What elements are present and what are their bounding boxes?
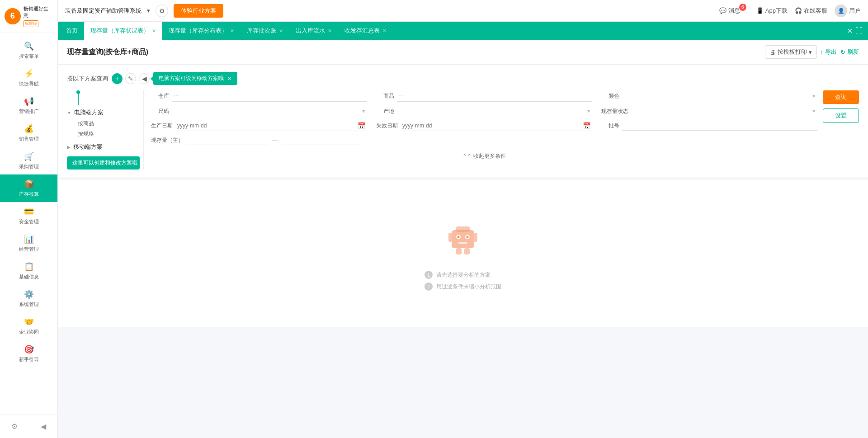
online-support-button[interactable]: 🎧 在线客服	[795, 7, 827, 15]
close-icon[interactable]: ✕	[152, 28, 156, 34]
close-icon[interactable]: ✕	[328, 28, 332, 34]
sidebar-item-operations[interactable]: 📊 经营管理	[0, 230, 57, 257]
sidebar-item-system[interactable]: ⚙️ 系统管理	[0, 285, 57, 312]
tab-home[interactable]: 首页	[60, 22, 84, 40]
empty-step-1: 1 请先选择要分析的方案	[425, 271, 501, 279]
close-all-button[interactable]: ✕	[847, 27, 853, 35]
tab-batch-account[interactable]: 库存批次账 ✕	[241, 22, 289, 40]
edit-scheme-button[interactable]: ✎	[125, 73, 136, 84]
scheme-group-mobile-header[interactable]: ▶ 移动端方案	[67, 141, 140, 153]
support-icon: 🎧	[795, 7, 802, 14]
sidebar-item-cooperation[interactable]: 🤝 企业协同	[0, 312, 57, 340]
origin-control[interactable]: ▾	[397, 106, 592, 116]
user-menu[interactable]: 👤 用户	[835, 5, 861, 17]
print-button[interactable]: 🖨 按模板打印 ▾	[765, 45, 817, 59]
scheme-item-spec[interactable]: 按规格	[67, 129, 140, 139]
sidebar-collapse-button[interactable]: ◀	[38, 419, 49, 433]
main-area: 装备及固定资产辅助管理系统 ▾ ⚙ 体验行业方案 💬 消息 6 📱 App下载 …	[58, 0, 868, 438]
refresh-button[interactable]: ↻ 刷新	[840, 48, 859, 56]
message-button[interactable]: 💬 消息 6	[719, 7, 749, 15]
prod-date-label: 生产日期	[151, 122, 173, 130]
sidebar-item-finance[interactable]: 💳 资金管理	[0, 202, 57, 230]
expire-date-field: 失效日期 📅	[376, 121, 592, 131]
sidebar-item-guide[interactable]: 🎯 新手引导	[0, 340, 57, 367]
sidebar-item-inventory[interactable]: 📦 库存核算	[0, 174, 57, 202]
guide-icon: 🎯	[24, 344, 34, 354]
svg-rect-0	[452, 230, 474, 248]
export-button[interactable]: ↑ 导出	[821, 48, 837, 56]
message-badge: 6	[739, 4, 746, 11]
sidebar: 6 畅销通好生意 标准版 🔍 搜索菜单 ⚡ 快捷导航 📢 营销推广 💰 销售管理…	[0, 0, 58, 438]
scheme-tooltip-text: 电脑方案可设为移动方案哦	[159, 75, 224, 82]
header-left: 装备及固定资产辅助管理系统 ▾ ⚙ 体验行业方案	[65, 4, 223, 18]
sidebar-item-marketing[interactable]: 📢 营销推广	[0, 92, 57, 119]
add-scheme-button[interactable]: +	[112, 73, 123, 84]
close-icon[interactable]: ✕	[279, 28, 283, 34]
app-download-button[interactable]: 📱 App下载	[756, 7, 788, 15]
industry-button[interactable]: 体验行业方案	[174, 4, 223, 18]
sidebar-item-quicknav[interactable]: ⚡ 快捷导航	[0, 64, 57, 92]
page-header: 现存量查询(按仓库+商品) 🖨 按模板打印 ▾ ↑ 导出 ↻ 刷新	[58, 40, 868, 65]
cooperation-icon: 🤝	[24, 317, 34, 327]
batch-no-field: 批号	[601, 121, 817, 131]
tabs-actions: ✕ ⛶	[847, 27, 866, 35]
chevron-down-icon: ▾	[812, 93, 816, 99]
batch-no-label: 批号	[601, 122, 619, 130]
filter-label: 按以下方案查询	[67, 75, 108, 83]
back-scheme-button[interactable]: ◀	[139, 73, 150, 84]
scheme-item-goods[interactable]: 按商品	[67, 118, 140, 129]
scheme-tooltip-close[interactable]: ✕	[227, 75, 232, 82]
tab-receive-summary[interactable]: 收发存汇总表 ✕	[338, 22, 393, 40]
size-control[interactable]: ▾	[172, 106, 367, 116]
step-2-num: 2	[425, 283, 433, 291]
prod-date-input[interactable]	[177, 122, 356, 129]
finance-icon: 💳	[24, 207, 34, 217]
tab-inventory-dist[interactable]: 现存量（库存分布表） ✕	[162, 22, 241, 40]
scheme-group-desktop-header[interactable]: ▼ 电脑端方案	[67, 107, 140, 118]
origin-label: 产地	[376, 108, 394, 115]
expire-date-control: 📅	[401, 121, 592, 131]
inventory-qty-end-input[interactable]	[283, 137, 361, 143]
filter-row-2: 尺码 ▾ 产地 ▾	[151, 106, 817, 116]
expire-date-input[interactable]	[402, 122, 581, 129]
logo-badge: 标准版	[24, 20, 38, 27]
sidebar-item-purchase[interactable]: 🛒 采购管理	[0, 147, 57, 174]
sidebar-item-basic[interactable]: 📋 基础信息	[0, 257, 57, 285]
avatar: 👤	[835, 5, 847, 17]
system-selector[interactable]: ▾	[147, 7, 150, 14]
svg-rect-6	[458, 242, 467, 244]
tab-inventory-status[interactable]: 现存量（库存状况表） ✕	[84, 22, 162, 40]
search-actions: 查询 设置	[823, 90, 859, 123]
fullscreen-button[interactable]: ⛶	[855, 27, 863, 35]
connector-line	[78, 94, 79, 105]
reset-button[interactable]: 设置	[823, 108, 859, 123]
settings-button[interactable]: ⚙	[156, 5, 168, 17]
collapse-button[interactable]: ⌃⌃ 收起更多条件	[462, 152, 506, 160]
sidebar-settings-button[interactable]: ⚙	[9, 419, 20, 433]
connector-dot	[76, 90, 80, 94]
close-icon[interactable]: ✕	[382, 28, 387, 34]
color-control[interactable]: ▾	[622, 91, 817, 101]
calendar-icon[interactable]: 📅	[358, 122, 365, 129]
inventory-status-control[interactable]: ▾	[631, 106, 817, 116]
chevron-down-icon: ▾	[809, 49, 812, 56]
chevron-down-icon: ▾	[812, 108, 816, 114]
size-label: 尺码	[151, 108, 169, 115]
close-icon[interactable]: ✕	[230, 28, 234, 34]
filter-row-1: 仓库 ··· 商品 ··· 颜色	[151, 90, 817, 102]
scheme-create-tooltip: 这里可以创建和修改方案哦 ✕	[67, 156, 140, 170]
tab-inout-flow[interactable]: 出入库流水 ✕	[289, 22, 338, 40]
batch-no-input[interactable]	[624, 122, 816, 129]
page-actions: 🖨 按模板打印 ▾ ↑ 导出 ↻ 刷新	[765, 45, 859, 59]
calendar-icon[interactable]: 📅	[583, 122, 590, 129]
inventory-qty-end	[282, 136, 363, 145]
filter-fields: 仓库 ··· 商品 ··· 颜色	[144, 90, 817, 160]
dots-icon: ···	[399, 92, 405, 100]
search-button[interactable]: 查询	[823, 90, 859, 104]
system-icon: ⚙️	[24, 289, 34, 299]
sidebar-item-search[interactable]: 🔍 搜索菜单	[0, 37, 57, 64]
scheme-create-close[interactable]: ✕	[141, 160, 146, 166]
sidebar-item-sales[interactable]: 💰 销售管理	[0, 119, 57, 147]
scheme-group-desktop-label: 电脑端方案	[74, 108, 104, 117]
inventory-qty-start-input[interactable]	[189, 137, 267, 143]
